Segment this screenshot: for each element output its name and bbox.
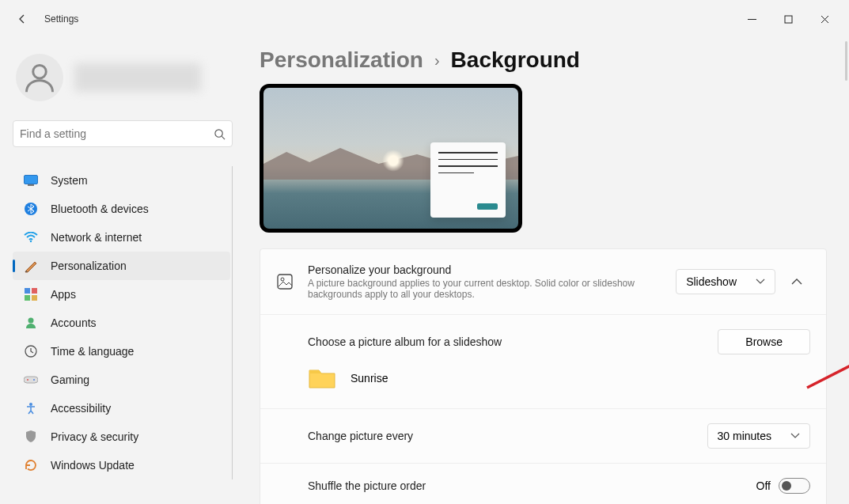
album-row: Choose a picture album for a slideshow B…	[260, 315, 826, 359]
expand-button[interactable]	[783, 268, 810, 295]
preview-window	[430, 142, 506, 218]
chevron-up-icon	[791, 279, 802, 286]
sidebar-item-system[interactable]: System	[13, 166, 230, 195]
svg-rect-9	[25, 295, 30, 301]
sidebar-item-gaming[interactable]: Gaming	[13, 366, 230, 394]
toggle-knob	[782, 481, 791, 491]
accessibility-icon	[24, 401, 38, 415]
sidebar-item-accounts[interactable]: Accounts	[13, 309, 230, 337]
change-interval-select[interactable]: 30 minutes	[707, 423, 810, 449]
shuffle-toggle[interactable]	[779, 478, 810, 494]
picture-icon	[276, 273, 294, 290]
album-label: Choose a picture album for a slideshow	[308, 335, 718, 348]
gaming-icon	[24, 373, 38, 387]
svg-rect-8	[32, 288, 37, 294]
breadcrumb: Personalization › Background	[260, 47, 827, 73]
time-icon	[24, 344, 38, 358]
sidebar-item-label: Accessibility	[51, 402, 111, 415]
search-box[interactable]	[13, 120, 233, 147]
sidebar-item-label: Accounts	[51, 316, 97, 329]
bluetooth-icon	[24, 202, 38, 216]
sidebar-item-label: Gaming	[51, 373, 89, 386]
sidebar-item-label: System	[51, 174, 88, 187]
sidebar-item-label: Windows Update	[51, 459, 135, 472]
search-icon	[214, 128, 226, 140]
svg-point-2	[215, 129, 222, 136]
titlebar: Settings	[0, 0, 849, 38]
sidebar-item-label: Personalization	[51, 260, 127, 272]
svg-rect-0	[785, 16, 792, 23]
sidebar-item-label: Bluetooth & devices	[51, 203, 149, 215]
svg-point-11	[28, 318, 34, 324]
select-value: 30 minutes	[718, 430, 771, 442]
svg-point-14	[27, 379, 28, 381]
svg-rect-10	[32, 295, 37, 301]
search-input[interactable]	[20, 127, 214, 140]
svg-point-18	[281, 278, 284, 281]
sidebar-item-accessibility[interactable]: Accessibility	[13, 394, 230, 423]
shuffle-label: Shuffle the picture order	[308, 479, 756, 492]
personalize-row: Personalize your background A picture ba…	[260, 249, 826, 315]
minimize-icon	[748, 15, 756, 24]
minimize-button[interactable]	[733, 5, 770, 33]
close-icon	[821, 15, 829, 24]
background-mode-select[interactable]: Slideshow	[676, 269, 775, 294]
sidebar-item-bluetooth[interactable]: Bluetooth & devices	[13, 195, 230, 223]
folder-name: Sunrise	[351, 372, 388, 385]
svg-point-15	[33, 379, 35, 381]
sidebar-item-privacy[interactable]: Privacy & security	[13, 423, 230, 451]
system-icon	[24, 173, 38, 188]
user-name	[74, 63, 201, 92]
svg-rect-17	[278, 275, 292, 289]
select-value: Slideshow	[686, 275, 737, 288]
sidebar-item-time[interactable]: Time & language	[13, 337, 230, 366]
breadcrumb-current: Background	[451, 47, 580, 73]
svg-rect-13	[24, 377, 38, 383]
chevron-down-icon	[790, 433, 800, 439]
maximize-icon	[784, 15, 793, 24]
svg-point-6	[30, 241, 32, 242]
back-button[interactable]	[6, 5, 38, 33]
sidebar-item-apps[interactable]: Apps	[13, 280, 230, 309]
accounts-icon	[24, 316, 38, 330]
svg-point-16	[29, 403, 32, 406]
folder-row[interactable]: Sunrise	[260, 359, 826, 409]
settings-card: Personalize your background A picture ba…	[260, 248, 827, 504]
person-icon	[22, 60, 57, 95]
folder-icon	[308, 367, 336, 389]
scrollbar[interactable]	[845, 41, 847, 81]
svg-rect-4	[28, 184, 34, 186]
privacy-icon	[24, 430, 38, 444]
browse-button[interactable]: Browse	[718, 329, 810, 354]
personalize-desc: A picture background applies to your cur…	[308, 278, 672, 300]
user-section[interactable]	[13, 38, 233, 120]
sidebar-item-label: Network & internet	[51, 231, 142, 244]
chevron-right-icon: ›	[434, 51, 440, 70]
personalize-title: Personalize your background	[308, 263, 676, 276]
background-preview	[260, 84, 522, 233]
maximize-button[interactable]	[770, 5, 806, 33]
main-content: Personalization › Background Personalize…	[237, 38, 849, 504]
sidebar-item-label: Time & language	[51, 345, 134, 358]
wifi-icon	[24, 230, 38, 244]
breadcrumb-parent[interactable]: Personalization	[260, 47, 423, 73]
apps-icon	[24, 287, 38, 301]
svg-rect-3	[25, 176, 38, 184]
sidebar-item-network[interactable]: Network & internet	[13, 223, 230, 252]
sidebar-item-update[interactable]: Windows Update	[13, 451, 230, 479]
sidebar: System Bluetooth & devices Network & int…	[0, 38, 237, 504]
change-interval-row: Change picture every 30 minutes	[260, 409, 826, 464]
sidebar-item-label: Apps	[51, 288, 76, 301]
toggle-state-label: Off	[756, 479, 771, 492]
window-controls	[733, 5, 843, 33]
close-button[interactable]	[806, 5, 843, 33]
svg-point-1	[33, 65, 47, 78]
sun-graphic	[382, 150, 404, 172]
svg-rect-7	[25, 288, 30, 294]
personalization-icon	[24, 259, 38, 273]
sidebar-item-label: Privacy & security	[51, 430, 138, 443]
arrow-left-icon	[16, 13, 28, 25]
sidebar-item-personalization[interactable]: Personalization	[13, 252, 230, 280]
update-icon	[24, 458, 38, 472]
window-title: Settings	[44, 13, 78, 25]
